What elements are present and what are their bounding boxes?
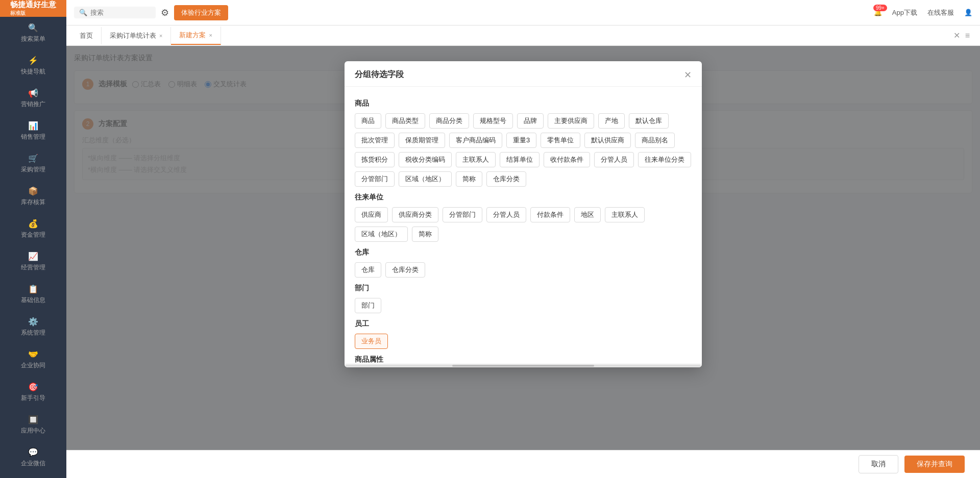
field-warehouse-cat2[interactable]: 仓库分类 — [385, 262, 425, 278]
field-customer-code[interactable]: 客户商品编码 — [449, 133, 502, 148]
field-retail-unit[interactable]: 零售单位 — [541, 133, 580, 148]
sidebar-item-search[interactable]: 🔍 搜索菜单 — [0, 17, 66, 49]
field-goods-alias[interactable]: 商品别名 — [635, 133, 675, 148]
field-partner-category[interactable]: 往来单位分类 — [638, 152, 691, 167]
field-payment-terms[interactable]: 收付款条件 — [544, 152, 590, 167]
field-goods-category[interactable]: 商品分类 — [429, 113, 469, 129]
notification-badge: 99+ — [873, 5, 887, 11]
field-main-contact[interactable]: 主联系人 — [456, 152, 496, 167]
search-box: 🔍 — [74, 7, 156, 18]
field-spec-model[interactable]: 规格型号 — [473, 113, 513, 129]
sidebar-item-newbie[interactable]: 🎯 新手引导 — [0, 376, 66, 409]
sidebar: 畅捷通好生意 标准版 🔍 搜索菜单 ⚡ 快捷导航 📢 营销推广 📊 销售管理 🛒… — [0, 0, 66, 478]
field-goods-type[interactable]: 商品类型 — [385, 113, 425, 129]
section-goods-fields: 商品 商品类型 商品分类 规格型号 品牌 主要供应商 产地 默认仓库 批次管理 … — [355, 113, 692, 187]
field-salesperson[interactable]: 业务员 — [355, 334, 388, 349]
search-icon: 🔍 — [28, 23, 38, 33]
tab-home[interactable]: 首页 — [71, 27, 102, 44]
field-manager[interactable]: 分管人员 — [594, 152, 634, 167]
sidebar-item-sales[interactable]: 📊 销售管理 — [0, 115, 66, 147]
lightning-icon: ⚡ — [28, 56, 38, 65]
field-goods[interactable]: 商品 — [355, 113, 381, 129]
field-short-name[interactable]: 简称 — [456, 171, 482, 187]
field-main-contact2[interactable]: 主联系人 — [605, 207, 645, 222]
field-area[interactable]: 地区 — [574, 207, 601, 222]
field-main-supplier[interactable]: 主要供应商 — [548, 113, 594, 129]
section-staff-title: 员工 — [355, 319, 692, 329]
field-shelf-life[interactable]: 保质期管理 — [399, 133, 445, 148]
sidebar-item-member[interactable]: 👑 畅会员 — [0, 474, 66, 478]
scroll-track — [346, 365, 701, 367]
save-button[interactable]: 保存并查询 — [904, 456, 965, 473]
section-dept-title: 部门 — [355, 284, 692, 293]
sidebar-item-quick[interactable]: ⚡ 快捷导航 — [0, 49, 66, 82]
tab-new-plan-label: 新建方案 — [179, 31, 206, 40]
cart-icon: 🛒 — [28, 154, 38, 163]
field-supplier[interactable]: 供应商 — [355, 207, 388, 222]
field-manage-person2[interactable]: 分管人员 — [486, 207, 526, 222]
scroll-thumb — [452, 365, 594, 367]
field-default-supplier[interactable]: 默认供应商 — [584, 133, 631, 148]
field-payment-cond[interactable]: 付款条件 — [530, 207, 570, 222]
tabbar: 首页 采购订单统计表 × 新建方案 × ✕ ≡ — [66, 26, 980, 46]
field-brand[interactable]: 品牌 — [517, 113, 544, 129]
field-warehouse-cat[interactable]: 仓库分类 — [486, 171, 526, 187]
topbar-right: 🔔 99+ App下载 在线客服 👤 — [874, 8, 972, 17]
field-pick-points[interactable]: 拣货积分 — [355, 152, 395, 167]
user-avatar[interactable]: 👤 — [964, 9, 972, 16]
tab-new-plan-close[interactable]: × — [209, 32, 212, 38]
logo-sub: 标准版 — [10, 10, 56, 17]
notification-wrap[interactable]: 🔔 99+ — [874, 9, 882, 16]
field-weight[interactable]: 重量3 — [506, 133, 536, 148]
search-input[interactable] — [90, 9, 152, 16]
sidebar-item-purchase[interactable]: 🛒 采购管理 — [0, 147, 66, 180]
field-region[interactable]: 区域（地区） — [399, 171, 452, 187]
field-batch-mgmt[interactable]: 批次管理 — [355, 133, 395, 148]
sidebar-item-operation[interactable]: 📈 经营管理 — [0, 245, 66, 278]
experience-btn[interactable]: 体验行业方案 — [174, 5, 228, 20]
sidebar-item-cooperate[interactable]: 🤝 企业协同 — [0, 343, 66, 376]
gear-icon: ⚙️ — [28, 317, 38, 326]
sidebar-item-apps[interactable]: 🔲 应用中心 — [0, 409, 66, 441]
app-download-link[interactable]: App下载 — [892, 8, 917, 17]
settings-icon[interactable]: ⚙ — [161, 7, 169, 18]
field-manage-dept2[interactable]: 分管部门 — [443, 207, 482, 222]
sidebar-item-system[interactable]: ⚙️ 系统管理 — [0, 311, 66, 343]
field-short-name2[interactable]: 简称 — [412, 227, 438, 242]
sidebar-item-label: 快捷导航 — [21, 67, 45, 76]
field-settle-unit[interactable]: 结算单位 — [500, 152, 540, 167]
sidebar-item-label: 新手引导 — [21, 394, 45, 402]
topbar: 🔍 ⚙ 体验行业方案 🔔 99+ App下载 在线客服 👤 — [66, 0, 980, 26]
bottom-bar: 取消 保存并查询 — [66, 450, 980, 478]
tab-close-all[interactable]: ✕ — [953, 31, 960, 40]
tab-new-plan[interactable]: 新建方案 × — [171, 27, 220, 45]
tab-purchase[interactable]: 采购订单统计表 × — [102, 27, 171, 44]
modal-overlay: 分组待选字段 ✕ 商品 商品 商品类型 商品分类 规格型号 品牌 主要供应商 产… — [66, 46, 980, 478]
chart-icon: 📊 — [28, 121, 38, 131]
online-service-link[interactable]: 在线客服 — [927, 8, 954, 17]
tab-more[interactable]: ≡ — [965, 31, 970, 40]
money-icon: 💰 — [28, 219, 38, 229]
field-supplier-cat[interactable]: 供应商分类 — [392, 207, 438, 222]
field-origin[interactable]: 产地 — [598, 113, 625, 129]
field-dept[interactable]: 部门 — [355, 298, 381, 313]
sidebar-item-label: 应用中心 — [21, 426, 45, 435]
field-manage-dept[interactable]: 分管部门 — [355, 171, 395, 187]
modal-close-button[interactable]: ✕ — [684, 70, 692, 80]
section-staff-fields: 业务员 — [355, 334, 692, 349]
field-region2[interactable]: 区域（地区） — [355, 227, 408, 242]
sidebar-item-basic[interactable]: 📋 基础信息 — [0, 278, 66, 311]
field-tax-code[interactable]: 税收分类编码 — [399, 152, 452, 167]
tab-purchase-close[interactable]: × — [159, 33, 162, 39]
sidebar-item-inventory[interactable]: 📦 库存核算 — [0, 180, 66, 213]
sidebar-item-label: 资金管理 — [21, 231, 45, 239]
field-warehouse[interactable]: 仓库 — [355, 262, 381, 278]
modal-scrollbar[interactable] — [345, 364, 702, 367]
cancel-button[interactable]: 取消 — [859, 455, 898, 473]
sidebar-item-wechat[interactable]: 💬 企业微信 — [0, 441, 66, 474]
sidebar-item-finance[interactable]: 💰 资金管理 — [0, 213, 66, 245]
sidebar-item-marketing[interactable]: 📢 营销推广 — [0, 82, 66, 115]
sidebar-item-label: 经营管理 — [21, 263, 45, 272]
field-default-warehouse[interactable]: 默认仓库 — [629, 113, 669, 129]
section-warehouse-fields: 仓库 仓库分类 — [355, 262, 692, 278]
